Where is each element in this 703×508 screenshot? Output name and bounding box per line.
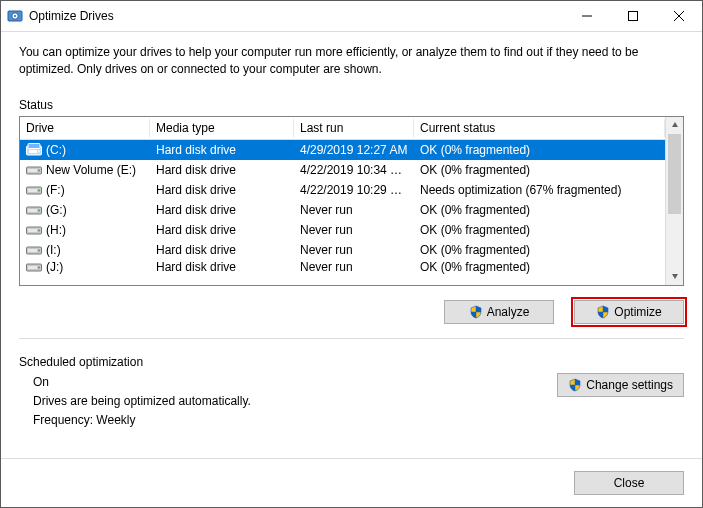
intro-text: You can optimize your drives to help you… bbox=[19, 44, 684, 78]
cell-media: Hard disk drive bbox=[150, 163, 294, 177]
footer: Close bbox=[1, 458, 702, 507]
hdd-icon bbox=[26, 244, 42, 256]
cell-lastrun: Never run bbox=[294, 260, 414, 274]
cell-lastrun: Never run bbox=[294, 203, 414, 217]
window-title: Optimize Drives bbox=[29, 9, 564, 23]
cell-lastrun: 4/22/2019 10:34 PM bbox=[294, 163, 414, 177]
svg-rect-12 bbox=[28, 189, 37, 192]
cell-status: Needs optimization (67% fragmented) bbox=[414, 183, 665, 197]
drive-name: (G:) bbox=[46, 203, 67, 217]
table-row[interactable]: New Volume (E:)Hard disk drive4/22/2019 … bbox=[20, 160, 665, 180]
shield-icon bbox=[568, 378, 582, 392]
close-button[interactable] bbox=[656, 1, 702, 31]
close-dialog-label: Close bbox=[614, 476, 645, 490]
cell-media: Hard disk drive bbox=[150, 243, 294, 257]
col-status[interactable]: Current status bbox=[414, 119, 665, 137]
shield-icon bbox=[469, 305, 483, 319]
cell-media: Hard disk drive bbox=[150, 260, 294, 274]
scroll-up-icon[interactable] bbox=[666, 117, 683, 134]
scheduled-desc: Drives are being optimized automatically… bbox=[33, 392, 557, 411]
svg-point-2 bbox=[14, 15, 16, 17]
svg-point-19 bbox=[38, 229, 40, 231]
scheduled-freq: Frequency: Weekly bbox=[33, 411, 557, 430]
minimize-button[interactable] bbox=[564, 1, 610, 31]
app-icon bbox=[7, 8, 23, 24]
cell-lastrun: Never run bbox=[294, 223, 414, 237]
analyze-button-label: Analyze bbox=[487, 305, 530, 319]
list-header: Drive Media type Last run Current status bbox=[20, 117, 665, 140]
optimize-button[interactable]: Optimize bbox=[574, 300, 684, 324]
cell-status: OK (0% fragmented) bbox=[414, 203, 665, 217]
svg-point-7 bbox=[38, 150, 40, 152]
cell-status: OK (0% fragmented) bbox=[414, 163, 665, 177]
cell-status: OK (0% fragmented) bbox=[414, 143, 665, 157]
cell-lastrun: 4/29/2019 12:27 AM bbox=[294, 143, 414, 157]
scheduled-state: On bbox=[33, 373, 557, 392]
svg-point-16 bbox=[38, 209, 40, 211]
cell-media: Hard disk drive bbox=[150, 223, 294, 237]
svg-rect-6 bbox=[29, 150, 37, 153]
cell-media: Hard disk drive bbox=[150, 183, 294, 197]
hdd-icon bbox=[26, 261, 42, 273]
scheduled-block: On Drives are being optimized automatica… bbox=[19, 373, 684, 431]
drive-name: (C:) bbox=[46, 143, 66, 157]
svg-rect-21 bbox=[28, 249, 37, 252]
optimize-drives-window: Optimize Drives You can optimize your dr… bbox=[0, 0, 703, 508]
scroll-thumb[interactable] bbox=[668, 134, 681, 214]
cell-lastrun: 4/22/2019 10:29 PM bbox=[294, 183, 414, 197]
svg-point-13 bbox=[38, 189, 40, 191]
system-drive-icon bbox=[26, 143, 42, 157]
svg-rect-9 bbox=[28, 169, 37, 172]
drive-name: (H:) bbox=[46, 223, 66, 237]
scheduled-label: Scheduled optimization bbox=[19, 355, 684, 369]
cell-lastrun: Never run bbox=[294, 243, 414, 257]
hdd-icon bbox=[26, 184, 42, 196]
cell-media: Hard disk drive bbox=[150, 143, 294, 157]
svg-rect-18 bbox=[28, 229, 37, 232]
svg-point-10 bbox=[38, 169, 40, 171]
col-drive[interactable]: Drive bbox=[20, 119, 150, 137]
cell-status: OK (0% fragmented) bbox=[414, 223, 665, 237]
divider bbox=[19, 338, 684, 339]
action-buttons: Analyze Optimize bbox=[19, 300, 684, 324]
maximize-button[interactable] bbox=[610, 1, 656, 31]
analyze-button[interactable]: Analyze bbox=[444, 300, 554, 324]
svg-rect-24 bbox=[28, 266, 37, 269]
svg-point-25 bbox=[38, 266, 40, 268]
window-controls bbox=[564, 1, 702, 31]
hdd-icon bbox=[26, 224, 42, 236]
close-dialog-button[interactable]: Close bbox=[574, 471, 684, 495]
hdd-icon bbox=[26, 204, 42, 216]
table-row[interactable]: (F:)Hard disk drive4/22/2019 10:29 PMNee… bbox=[20, 180, 665, 200]
change-settings-label: Change settings bbox=[586, 378, 673, 392]
svg-point-22 bbox=[38, 249, 40, 251]
table-row[interactable]: (G:)Hard disk driveNever runOK (0% fragm… bbox=[20, 200, 665, 220]
drive-name: (J:) bbox=[46, 260, 63, 274]
col-media[interactable]: Media type bbox=[150, 119, 294, 137]
cell-status: OK (0% fragmented) bbox=[414, 260, 665, 274]
titlebar: Optimize Drives bbox=[1, 1, 702, 32]
table-row[interactable]: (I:)Hard disk driveNever runOK (0% fragm… bbox=[20, 240, 665, 260]
client-area: You can optimize your drives to help you… bbox=[1, 32, 702, 458]
drive-name: New Volume (E:) bbox=[46, 163, 136, 177]
svg-rect-3 bbox=[629, 12, 638, 21]
col-lastrun[interactable]: Last run bbox=[294, 119, 414, 137]
status-label: Status bbox=[19, 98, 684, 112]
table-row[interactable]: (C:)Hard disk drive4/29/2019 12:27 AMOK … bbox=[20, 140, 665, 160]
cell-status: OK (0% fragmented) bbox=[414, 243, 665, 257]
change-settings-button[interactable]: Change settings bbox=[557, 373, 684, 397]
table-row[interactable]: (J:)Hard disk driveNever runOK (0% fragm… bbox=[20, 260, 665, 274]
shield-icon bbox=[596, 305, 610, 319]
optimize-button-label: Optimize bbox=[614, 305, 661, 319]
hdd-icon bbox=[26, 164, 42, 176]
drive-name: (F:) bbox=[46, 183, 65, 197]
scroll-down-icon[interactable] bbox=[666, 268, 683, 285]
table-row[interactable]: (H:)Hard disk driveNever runOK (0% fragm… bbox=[20, 220, 665, 240]
drive-name: (I:) bbox=[46, 243, 61, 257]
scrollbar[interactable] bbox=[665, 117, 683, 285]
drives-list: Drive Media type Last run Current status… bbox=[19, 116, 684, 286]
svg-rect-15 bbox=[28, 209, 37, 212]
cell-media: Hard disk drive bbox=[150, 203, 294, 217]
svg-rect-5 bbox=[28, 143, 40, 148]
